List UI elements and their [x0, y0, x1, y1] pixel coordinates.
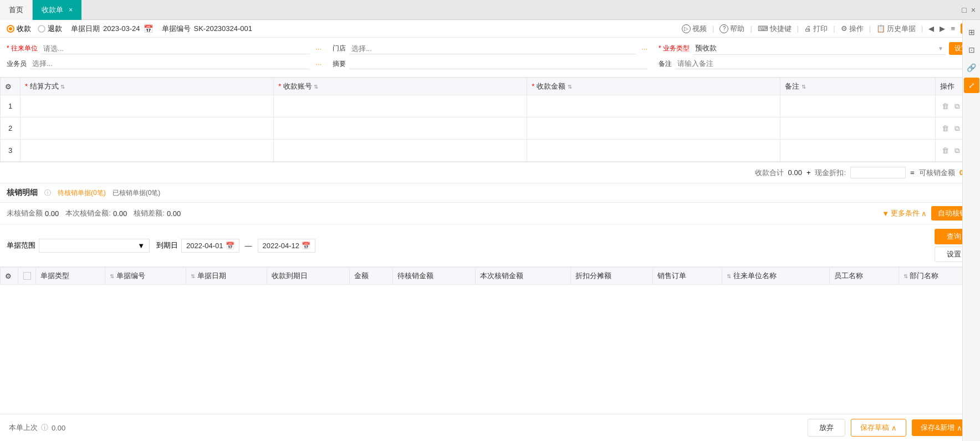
calendar-icon-end: 📅 — [302, 242, 310, 250]
reconcile-info-icon[interactable]: ⓘ — [44, 188, 51, 198]
tab-close-icon[interactable]: × — [69, 6, 73, 14]
nav-prev-btn[interactable]: ◀ — [928, 24, 934, 33]
stats-right: ▼ 更多条件 ∧ 自动核销 — [882, 206, 973, 221]
row-account-3[interactable] — [274, 140, 527, 162]
abandon-btn[interactable]: 放弃 — [808, 419, 845, 437]
date-picker-icon[interactable]: 📅 — [144, 24, 153, 33]
tab-receipt-label: 收款单 — [42, 5, 63, 15]
due-date-start[interactable]: 2022-04-01 📅 — [181, 239, 239, 253]
business-type-label: 业务类型 — [659, 44, 690, 53]
row-delete-icon-3[interactable]: 🗑 — [942, 146, 949, 155]
business-type-value: 预收款 — [695, 43, 936, 53]
print-btn[interactable]: 🖨 打印 — [804, 24, 828, 34]
due-date-end[interactable]: 2022-04-12 📅 — [258, 239, 316, 253]
history-btn[interactable]: 📋 历史单据 — [876, 24, 916, 34]
bth-current: 本次核销金额 — [475, 268, 570, 285]
nav-next-btn[interactable]: ▶ — [940, 24, 945, 33]
th-amount: * 收款金额 ⇅ — [527, 78, 780, 95]
number-label: 单据编号 — [162, 24, 191, 34]
date-separator: — — [245, 242, 252, 250]
bth-doc-num: ⇅ 单据编号 — [105, 268, 186, 285]
stats-row: 未核销金额 0.00 本次核销金额: 0.00 核销差额: 0.00 ▼ 更多条… — [0, 203, 980, 224]
bth-gear[interactable]: ⚙ — [1, 268, 18, 285]
help-btn[interactable]: ? 帮助 — [719, 24, 744, 34]
restore-icon[interactable]: □ — [962, 6, 966, 14]
row-settlement-3[interactable] — [21, 140, 274, 162]
close-window-icon[interactable]: × — [971, 6, 976, 14]
unclaimed-label: 未核销金额 — [7, 208, 43, 218]
row-amount-3[interactable] — [527, 140, 780, 162]
operation-btn[interactable]: ⚙ 操作 — [841, 24, 864, 34]
bth-partner: ⇅ 往来单位名称 — [722, 268, 829, 285]
select-all-checkbox[interactable] — [23, 272, 31, 280]
radio-receipt-dot — [7, 25, 14, 33]
row-remark-2[interactable] — [780, 117, 936, 140]
store-more-icon[interactable]: ··· — [641, 44, 647, 53]
sidebar-expand-icon[interactable]: ⤢ — [964, 78, 979, 93]
sidebar-table-icon[interactable]: ⊞ — [964, 24, 979, 40]
toolbar: 收款 退款 单据日期 2023-03-24 📅 单据编号 SK-20230324… — [0, 20, 980, 38]
store-input[interactable] — [349, 43, 636, 54]
bth-staff: 员工名称 — [829, 268, 899, 285]
shortcut-btn[interactable]: ⌨ 快捷键 — [758, 24, 792, 34]
row-remark-3[interactable] — [780, 140, 936, 162]
radio-refund[interactable]: 退款 — [38, 24, 62, 34]
done-tab[interactable]: 已核销单据(0笔) — [113, 188, 161, 198]
bth-sales-order: 销售订单 — [653, 268, 722, 285]
row-copy-icon-2[interactable]: ⧉ — [955, 124, 959, 132]
pending-tab[interactable]: 待核销单据(0笔) — [58, 188, 106, 198]
right-sidebar: ⊞ ⊡ 🔗 ⤢ — [962, 20, 980, 441]
tab-home[interactable]: 首页 — [0, 0, 33, 20]
print-icon: 🖨 — [804, 24, 811, 33]
remark-input[interactable] — [675, 58, 973, 69]
business-type-arrow-icon: ▼ — [938, 45, 943, 52]
th-gear[interactable]: ⚙ — [1, 78, 21, 95]
tab-receipt[interactable]: 收款单 × — [33, 0, 81, 20]
filter-row: 单据范围 ▼ 到期日 2022-04-01 📅 — 2022-04-12 📅 查… — [0, 224, 980, 267]
store-field: 门店 ··· — [333, 43, 647, 54]
available-label: 可核销金额 — [919, 168, 955, 178]
video-btn[interactable]: ▷ 视频 — [682, 24, 707, 34]
partner-more-icon[interactable]: ··· — [315, 44, 321, 53]
per-order-label: 本单上次 — [9, 423, 38, 433]
row-settlement-1[interactable] — [21, 95, 274, 117]
row-amount-1[interactable] — [527, 95, 780, 117]
staff-input[interactable] — [30, 58, 310, 69]
bottom-table: ⚙ 单据类型 ⇅ 单据编号 ⇅ 单据日期 — [0, 267, 980, 285]
draft-label: 保存草稿 — [860, 423, 889, 433]
bth-pending: 待核销金额 — [392, 268, 475, 285]
row-delete-icon-1[interactable]: 🗑 — [942, 102, 949, 110]
row-account-2[interactable] — [274, 117, 527, 140]
number-field: 单据编号 SK-20230324-001 — [162, 24, 253, 34]
business-type-select[interactable]: 预收款 ▼ — [693, 42, 946, 55]
radio-receipt[interactable]: 收款 — [7, 24, 31, 34]
view-list-btn[interactable]: ≡ — [951, 24, 955, 33]
summary-input[interactable] — [349, 58, 647, 69]
row-delete-icon-2[interactable]: 🗑 — [942, 124, 949, 132]
per-order-value: 0.00 — [52, 424, 65, 432]
per-order-info-icon[interactable]: ⓘ — [41, 423, 48, 433]
more-conditions-btn[interactable]: ▼ 更多条件 ∧ — [882, 208, 927, 218]
row-copy-icon-3[interactable]: ⧉ — [955, 146, 959, 155]
staff-more-icon[interactable]: ··· — [315, 60, 321, 68]
summary-label: 摘要 — [333, 59, 346, 69]
row-copy-icon-1[interactable]: ⧉ — [955, 102, 959, 110]
radio-receipt-label: 收款 — [17, 24, 31, 34]
sidebar-attachment-icon[interactable]: 🔗 — [964, 60, 979, 75]
th-settlement: * 结算方式 ⇅ — [21, 78, 274, 95]
range-select[interactable]: ▼ — [39, 239, 150, 253]
bth-amount: 金额 — [349, 268, 392, 285]
row-account-1[interactable] — [274, 95, 527, 117]
history-icon: 📋 — [876, 24, 885, 33]
sidebar-scan-icon[interactable]: ⊡ — [964, 42, 979, 58]
row-remark-1[interactable] — [780, 95, 936, 117]
draft-arrow-icon: ∧ — [891, 424, 897, 432]
partner-input[interactable] — [41, 43, 310, 54]
row-amount-2[interactable] — [527, 117, 780, 140]
discount-input[interactable] — [850, 167, 906, 178]
row-settlement-2[interactable] — [21, 117, 274, 140]
draft-btn[interactable]: 保存草稿 ∧ — [851, 419, 906, 437]
store-label: 门店 — [333, 44, 346, 53]
keyboard-icon: ⌨ — [758, 24, 768, 33]
unclaimed-value: 0.00 — [45, 209, 59, 218]
